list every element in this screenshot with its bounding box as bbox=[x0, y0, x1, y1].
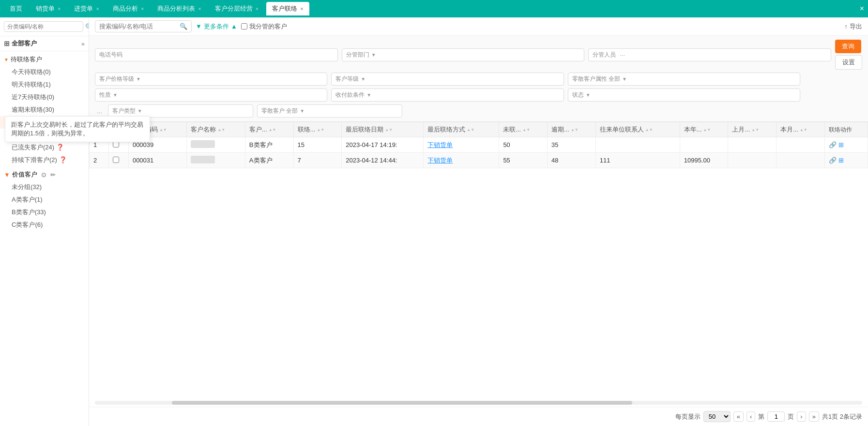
sidebar-search-input[interactable] bbox=[4, 21, 83, 32]
sidebar-item-a-class[interactable]: A类客户(1) bbox=[0, 193, 89, 206]
row1-name[interactable] bbox=[187, 137, 245, 153]
sidebar-search-icon[interactable]: 🔍 bbox=[85, 23, 89, 30]
sidebar-item-week[interactable]: 近7天待联络(0) bbox=[0, 91, 89, 103]
sidebar-item-dropping[interactable]: 持续下滑客户(2) ❓ bbox=[0, 154, 89, 166]
nav-tab-customer-tier[interactable]: 客户分层经营 × bbox=[209, 2, 264, 15]
th-last-contact-way[interactable]: 最后联络方式 ▲▼ bbox=[424, 122, 499, 137]
way-sort-icon[interactable]: ▲▼ bbox=[467, 128, 474, 132]
value-group-label: 价值客户 bbox=[12, 170, 37, 179]
nav-tab-home[interactable]: 首页 bbox=[4, 4, 28, 13]
sidebar-item-tomorrow[interactable]: 明天待联络(1) bbox=[0, 78, 89, 91]
this-month-sort-icon[interactable]: ▲▼ bbox=[800, 128, 807, 132]
row2-select[interactable] bbox=[113, 157, 119, 163]
contacts-sort-icon[interactable]: ▲▼ bbox=[645, 128, 653, 132]
close-purchase-tab-icon[interactable]: × bbox=[96, 6, 99, 12]
close-analysis-tab-icon[interactable]: × bbox=[141, 6, 144, 12]
adv-status-field[interactable]: 状态 ▼ bbox=[568, 88, 800, 102]
dropping-help-icon[interactable]: ❓ bbox=[59, 156, 67, 163]
nav-tab-analysis-list[interactable]: 商品分析列表 × bbox=[152, 2, 207, 15]
lost-help-icon[interactable]: ❓ bbox=[56, 144, 64, 151]
th-name[interactable]: 客户名称 ▲▼ bbox=[187, 122, 245, 137]
th-this-year[interactable]: 本年... ▲▼ bbox=[680, 122, 728, 137]
type-sort-icon[interactable]: ▲▼ bbox=[269, 128, 276, 132]
last-page-button[interactable]: » bbox=[809, 411, 819, 422]
row2-link-action-icon[interactable]: 🔗 bbox=[829, 157, 837, 164]
close-sales-tab-icon[interactable]: × bbox=[58, 6, 61, 12]
adv-customer-type-field[interactable]: 客户类型 ▼ bbox=[108, 104, 253, 118]
window-close-button[interactable]: × bbox=[860, 4, 864, 13]
code-sort-icon[interactable]: ▲▼ bbox=[159, 128, 167, 132]
edit-value-group-icon[interactable]: ⊙ bbox=[41, 171, 46, 178]
edit-value-group-icon2[interactable]: ✏ bbox=[50, 171, 56, 178]
row2-checkbox[interactable] bbox=[108, 153, 128, 168]
adv-nature-field[interactable]: 性质 ▼ bbox=[95, 88, 327, 102]
export-button[interactable]: ↑ 导出 bbox=[845, 22, 863, 31]
search-icon[interactable]: 🔍 bbox=[180, 23, 187, 30]
name-sort-icon[interactable]: ▲▼ bbox=[217, 128, 225, 132]
sidebar-item-ungroup[interactable]: 未分组(32) bbox=[0, 181, 89, 193]
close-analysis-list-tab-icon[interactable]: × bbox=[198, 6, 201, 12]
row2-last-way[interactable]: 下销货单 bbox=[424, 153, 499, 168]
row2-grid-action-icon[interactable]: ⊞ bbox=[838, 157, 844, 164]
sidebar-item-today[interactable]: 今天待联络(0) bbox=[0, 66, 89, 78]
uncontacted-sort-icon[interactable]: ▲▼ bbox=[522, 128, 530, 132]
row1-grid-action-icon[interactable]: ⊞ bbox=[838, 141, 844, 148]
close-customer-tier-tab-icon[interactable]: × bbox=[256, 6, 259, 12]
adv-manager-field[interactable]: 分管人员 ··· bbox=[588, 48, 831, 61]
adv-payment-field[interactable]: 收付款条件 ▼ bbox=[331, 88, 563, 102]
adv-scatter-customer-field[interactable]: 零散客户 全部 ▼ bbox=[257, 104, 402, 118]
adv-phone-field[interactable]: 电话号码 bbox=[95, 48, 338, 61]
date-sort-icon[interactable]: ▲▼ bbox=[385, 128, 393, 132]
adv-customer-level-field[interactable]: 客户等级 ▼ bbox=[331, 73, 563, 86]
th-last-contact-date[interactable]: 最后联络日期 ▲▼ bbox=[342, 122, 424, 137]
th-uncontacted[interactable]: 未联... ▲▼ bbox=[499, 122, 548, 137]
manager-dots-icon[interactable]: ··· bbox=[618, 51, 627, 59]
sidebar-item-b-class[interactable]: B类客户(33) bbox=[0, 206, 89, 219]
th-contacts[interactable]: 往来单位联系人 ▲▼ bbox=[595, 122, 680, 137]
th-overdue[interactable]: 逾期... ▲▼ bbox=[548, 122, 596, 137]
row1-last-way[interactable]: 下销货单 bbox=[424, 137, 499, 153]
search-input[interactable] bbox=[99, 23, 178, 30]
horizontal-scrollbar[interactable] bbox=[95, 401, 862, 405]
sidebar: 🔍 ⊞ 全部客户 » ▼ 待联络客户 今天待联络(0) 明天待联络(1) 近7天… bbox=[0, 17, 89, 426]
query-button[interactable]: 查询 bbox=[835, 40, 861, 53]
row1-link-action-icon[interactable]: 🔗 bbox=[829, 141, 837, 148]
nav-tab-purchase[interactable]: 进货单 × bbox=[68, 2, 105, 15]
adv-scatter-attr-field[interactable]: 零散客户属性 全部 ▼ bbox=[568, 73, 800, 86]
pending-group-header[interactable]: ▼ 待联络客户 bbox=[0, 53, 89, 66]
row2-link[interactable]: 下销货单 bbox=[427, 157, 453, 164]
sidebar-item-lost[interactable]: 已流失客户(24) ❓ bbox=[0, 141, 89, 154]
value-group-header[interactable]: ▼ 价值客户 ⊙ ✏ bbox=[0, 168, 89, 181]
nav-tab-sales[interactable]: 销货单 × bbox=[30, 2, 66, 15]
nav-tab-analysis[interactable]: 商品分析 × bbox=[107, 2, 150, 15]
dept-label: 分管部门 bbox=[346, 51, 369, 59]
this-year-sort-icon[interactable]: ▲▼ bbox=[703, 128, 711, 132]
more-conditions-button[interactable]: ▼ 更多条件 ▲ bbox=[196, 22, 237, 31]
row4-dots[interactable]: ... bbox=[95, 107, 104, 115]
th-last-month[interactable]: 上月... ▲▼ bbox=[728, 122, 777, 137]
adv-dept-field[interactable]: 分管部门 ▼ bbox=[342, 48, 585, 61]
th-customer-type[interactable]: 客户... ▲▼ bbox=[245, 122, 293, 137]
next-page-button[interactable]: › bbox=[797, 411, 806, 422]
page-input[interactable] bbox=[767, 411, 785, 422]
close-customer-contact-tab-icon[interactable]: × bbox=[300, 6, 303, 12]
contact-sort-icon[interactable]: ▲▼ bbox=[317, 128, 324, 132]
adv-price-level-field[interactable]: 客户价格等级 ▼ bbox=[95, 73, 327, 86]
row2-name[interactable] bbox=[187, 153, 245, 168]
last-month-sort-icon[interactable]: ▲▼ bbox=[751, 128, 759, 132]
my-customers-checkbox[interactable] bbox=[241, 23, 247, 29]
scrollbar-thumb[interactable] bbox=[172, 401, 632, 405]
collapse-sidebar-icon[interactable]: » bbox=[81, 40, 85, 47]
nav-tab-customer-contact[interactable]: 客户联络 × bbox=[266, 2, 309, 15]
first-page-button[interactable]: « bbox=[733, 411, 744, 422]
sidebar-item-overdue[interactable]: 逾期未联络(30) bbox=[0, 103, 89, 116]
set-button[interactable]: 设置 bbox=[835, 55, 862, 70]
row1-link[interactable]: 下销货单 bbox=[427, 141, 453, 148]
per-page-select[interactable]: 50 20 100 bbox=[703, 411, 731, 422]
th-contact-count[interactable]: 联络... ▲▼ bbox=[293, 122, 342, 137]
prev-page-button[interactable]: ‹ bbox=[746, 411, 755, 422]
row1-actions: 🔗 ⊞ bbox=[824, 137, 868, 153]
sidebar-item-c-class[interactable]: C类客户(6) bbox=[0, 219, 89, 231]
th-this-month[interactable]: 本月... ▲▼ bbox=[777, 122, 825, 137]
overdue-sort-icon[interactable]: ▲▼ bbox=[571, 128, 579, 132]
